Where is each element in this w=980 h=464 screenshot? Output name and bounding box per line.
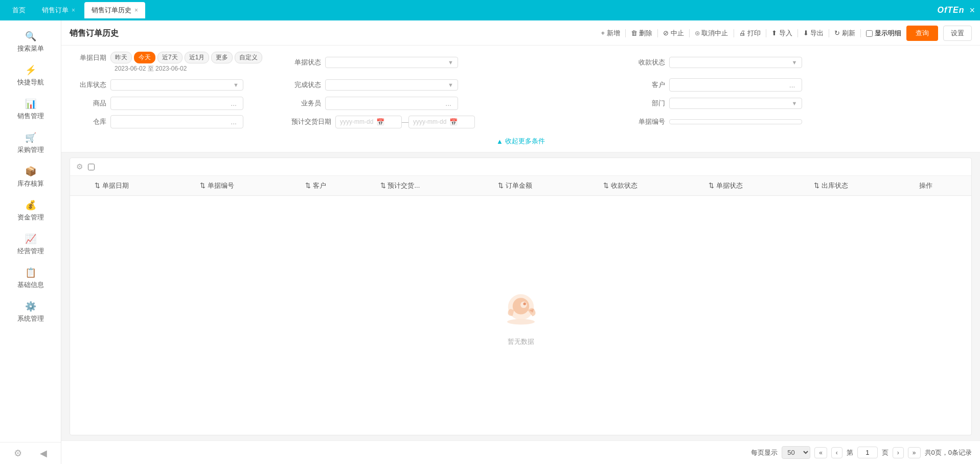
th-date-label: ⇅ 单据日期 <box>95 182 129 189</box>
cancel-stop-button[interactable]: ⊙ 取消中止 <box>695 29 728 38</box>
sidebar-item-purchase-mgmt[interactable]: 🛒 采购管理 <box>0 126 61 160</box>
date-btn-7days[interactable]: 近7天 <box>157 52 183 63</box>
sidebar-item-ops-mgmt[interactable]: 📈 经营管理 <box>0 227 61 261</box>
salesman-label: 业务员 <box>284 99 325 108</box>
out-status-select[interactable]: ▼ <box>110 79 243 91</box>
bill-status-chevron: ▼ <box>448 59 453 65</box>
export-button[interactable]: ⬇ 导出 <box>803 29 824 38</box>
show-detail-checkbox-wrapper[interactable]: 显示明细 <box>866 29 901 38</box>
warehouse-input[interactable]: ... <box>110 115 243 128</box>
top-bar: 首页 销售订单 × 销售订单历史 × OfTEn × <box>0 0 980 20</box>
table-settings-icon[interactable]: ⚙ <box>76 162 83 171</box>
topbar-right: OfTEn × <box>937 5 975 16</box>
sidebar-item-sales-mgmt-label: 销售管理 <box>17 112 44 121</box>
warehouse-label: 仓库 <box>70 117 110 126</box>
date-btn-today[interactable]: 今天 <box>134 52 155 63</box>
tab-home[interactable]: 首页 <box>5 2 33 18</box>
date-btn-more[interactable]: 更多 <box>211 52 233 63</box>
dept-select[interactable]: ▼ <box>669 98 802 109</box>
new-button[interactable]: + 新增 <box>601 29 620 38</box>
th-ops: 操作 <box>913 176 971 196</box>
warehouse-dots[interactable]: ... <box>229 118 239 126</box>
delivery-date-start[interactable]: yyyy-mm-dd 📅 <box>335 116 402 128</box>
th-payment[interactable]: ⇅ 收款状态 <box>597 176 702 196</box>
th-out-status[interactable]: ⇅ 出库状态 <box>808 176 913 196</box>
tab-sales-order-close[interactable]: × <box>72 7 75 14</box>
complete-status-label: 完成状态 <box>284 80 325 90</box>
th-customer[interactable]: ⇅ 客户 <box>299 176 374 196</box>
th-amount[interactable]: ⇅ 订单金额 <box>492 176 597 196</box>
th-no[interactable]: ⇅ 单据编号 <box>194 176 299 196</box>
delivery-date-end[interactable]: yyyy-mm-dd 📅 <box>408 116 475 128</box>
prev-page-btn[interactable]: ‹ <box>831 447 842 458</box>
tab-sales-order-history-close[interactable]: × <box>134 7 138 14</box>
total-text: 共0页，0条记录 <box>925 448 972 457</box>
collapse-link[interactable]: ▲ 收起更多条件 <box>70 134 972 146</box>
sidebar-item-purchase-mgmt-label: 采购管理 <box>17 145 44 154</box>
th-customer-label: ⇅ 客户 <box>305 182 326 189</box>
last-page-btn[interactable]: » <box>908 447 921 458</box>
sidebar-item-sales-mgmt[interactable]: 📊 销售管理 <box>0 92 61 126</box>
th-out-status-label: ⇅ 出库状态 <box>814 182 848 189</box>
th-bill-status-label: ⇅ 单据状态 <box>709 182 743 189</box>
query-button[interactable]: 查询 <box>906 26 938 41</box>
sidebar-item-quick-nav[interactable]: ⚡ 快捷导航 <box>0 58 61 92</box>
set-button[interactable]: 设置 <box>943 26 972 41</box>
customer-input[interactable]: ... <box>669 78 802 92</box>
bill-status-label: 单据状态 <box>284 58 325 67</box>
page-input[interactable] <box>857 447 878 458</box>
show-detail-checkbox[interactable] <box>866 30 873 37</box>
delivery-date-end-value: yyyy-mm-dd <box>413 118 446 125</box>
delete-button[interactable]: 🗑 删除 <box>631 29 653 38</box>
goods-dots[interactable]: ... <box>229 99 239 107</box>
dept-chevron: ▼ <box>792 100 797 106</box>
calendar-start-icon[interactable]: 📅 <box>376 118 384 126</box>
toolbar-sep-2 <box>657 29 658 37</box>
print-button[interactable]: 🖨 打印 <box>739 29 761 38</box>
date-btn-custom[interactable]: 自定义 <box>235 52 262 63</box>
tab-sales-order[interactable]: 销售订单 × <box>35 2 82 18</box>
th-delivery[interactable]: ⇅ 预计交货... <box>374 176 492 196</box>
th-date[interactable]: ⇅ 单据日期 <box>88 176 194 196</box>
tab-sales-order-history[interactable]: 销售订单历史 × <box>84 2 145 18</box>
sidebar-item-sys-mgmt-label: 系统管理 <box>17 314 44 323</box>
collapse-label: 收起更多条件 <box>505 137 545 146</box>
import-button[interactable]: ⬆ 导入 <box>771 29 792 38</box>
tab-home-label: 首页 <box>12 6 26 15</box>
sidebar-item-search-menu[interactable]: 🔍 搜索菜单 <box>0 25 61 58</box>
complete-status-select[interactable]: ▼ <box>325 79 458 91</box>
date-range-text: 2023-06-02 至 2023-06-02 <box>115 65 187 72</box>
table-area: ⚙ ⇅ 单据日期 ⇅ 单据编号 <box>61 152 980 440</box>
search-menu-icon: 🔍 <box>25 31 36 42</box>
inventory-check-icon: 📦 <box>25 166 36 177</box>
sidebar-item-sys-mgmt[interactable]: ⚙️ 系统管理 <box>0 295 61 328</box>
salesman-dots[interactable]: ... <box>443 99 453 107</box>
refresh-button[interactable]: ↻ 刷新 <box>834 29 855 38</box>
th-bill-status[interactable]: ⇅ 单据状态 <box>702 176 808 196</box>
quick-nav-icon: ⚡ <box>25 64 36 76</box>
customer-dots[interactable]: ... <box>787 81 797 89</box>
sidebar-item-finance-mgmt[interactable]: 💰 资金管理 <box>0 193 61 227</box>
sidebar-settings-icon[interactable]: ⚙ <box>14 448 22 459</box>
th-delivery-label: ⇅ 预计交货... <box>380 182 420 189</box>
payment-status-select[interactable]: ▼ <box>669 57 802 68</box>
sidebar-item-basic-info[interactable]: 📋 基础信息 <box>0 261 61 295</box>
sidebar-collapse-icon[interactable]: ◀ <box>40 448 47 459</box>
per-page-select[interactable]: 50 10 20 100 <box>782 446 810 459</box>
first-page-btn[interactable]: « <box>814 447 827 458</box>
th-amount-label: ⇅ 订单金额 <box>498 182 532 189</box>
goods-input[interactable]: ... <box>110 97 243 110</box>
per-page-label: 每页显示 <box>751 448 778 457</box>
bill-status-select[interactable]: ▼ <box>325 57 458 68</box>
calendar-end-icon[interactable]: 📅 <box>449 118 458 126</box>
select-all-checkbox[interactable] <box>88 164 95 170</box>
date-btn-1month[interactable]: 近1月 <box>185 52 210 63</box>
sidebar-item-inventory-check[interactable]: 📦 库存核算 <box>0 160 61 193</box>
date-btn-yesterday[interactable]: 昨天 <box>110 52 132 63</box>
window-close-btn[interactable]: × <box>969 5 975 16</box>
stop-button[interactable]: ⊘ 中止 <box>663 29 684 38</box>
bill-no-input[interactable] <box>669 119 802 124</box>
salesman-input[interactable]: ... <box>325 97 458 110</box>
next-page-btn[interactable]: › <box>893 447 904 458</box>
toolbar-sep-6 <box>797 29 798 37</box>
